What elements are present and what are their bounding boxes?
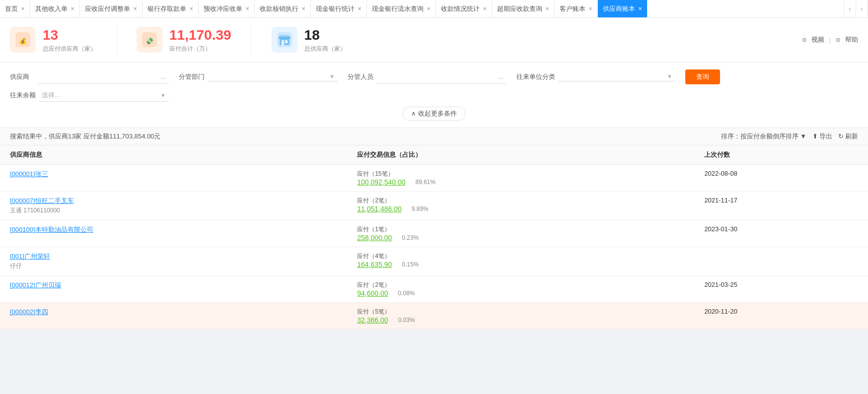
nav-arrow-left[interactable]: ‹: [844, 0, 856, 17]
supplier-cell: [001]广州荣轩仔仔: [0, 247, 347, 275]
dept-filter-label: 分管部门: [179, 72, 205, 81]
amount-icon: 💸: [137, 27, 162, 53]
payable-amount[interactable]: 32,366.00: [357, 316, 388, 324]
help-link[interactable]: 帮助: [845, 35, 858, 44]
supplier-link[interactable]: [000012]广州贝瑞: [10, 281, 61, 289]
svg-rect-7: [285, 40, 288, 43]
nav-tab-11-close[interactable]: ✕: [638, 6, 642, 11]
supplier-link[interactable]: [000002]李四: [10, 308, 48, 316]
main-content: 供应商信息 应付交易信息（占比） 上次付数 [000001]张三应付（15笔）1…: [0, 145, 868, 329]
supplier-count-text: 18 总供应商（家）: [304, 27, 346, 53]
payable-amount[interactable]: 11,051,486.00: [357, 205, 402, 213]
nav-tab-4-close[interactable]: ✕: [245, 6, 249, 11]
payable-amount-row: 11,051,486.009.89%: [357, 205, 684, 213]
payable-cell: 应付（5笔）32,366.000.03%: [347, 302, 694, 329]
nav-tab-4-label: 预收冲应收单: [204, 4, 242, 13]
supplier-link[interactable]: [000007]恒旺二手叉车: [10, 197, 74, 204]
last-pay-cell: [694, 247, 868, 275]
nav-tab-2-label: 应收应付调整单: [85, 4, 130, 13]
nav-tab-5[interactable]: 收款核销执行 ✕: [255, 0, 311, 17]
export-icon: ⬆: [812, 132, 818, 140]
nav-tab-8[interactable]: 收款情况统计 ✕: [436, 0, 492, 17]
payable-amount-row: 258,000.000.23%: [357, 234, 684, 242]
nav-tab-4[interactable]: 预收冲应收单 ✕: [199, 0, 255, 17]
payable-amount-row: 94,600.000.08%: [357, 289, 684, 297]
payable-amount-num: 11,170.39: [169, 27, 231, 44]
filter-item-category: 往来单位分类 ▼: [516, 72, 675, 81]
dept-select[interactable]: ▼: [208, 72, 338, 81]
payable-label: 应付（2笔）: [357, 281, 684, 289]
last-pay-cell: 2023-01-30: [694, 220, 868, 247]
video-link[interactable]: 视频: [811, 35, 824, 44]
payable-cell: 应付（2笔）94,600.000.08%: [347, 275, 694, 302]
filter-row-2: 往来余额 选择... ▼: [10, 89, 858, 102]
nav-arrow-right[interactable]: ›: [856, 0, 868, 17]
supplier-link[interactable]: [000100]本特勤油品有限公司: [10, 226, 93, 233]
nav-tab-home-close[interactable]: ✕: [21, 6, 25, 11]
payable-label: 应付（1笔）: [357, 225, 684, 234]
payable-amount[interactable]: 94,600.00: [357, 289, 388, 297]
payable-amount[interactable]: 258,000.00: [357, 234, 392, 242]
nav-tab-3[interactable]: 银行存取款单 ✕: [143, 0, 199, 17]
payable-cell: 应付（2笔）11,051,486.009.89%: [347, 191, 694, 220]
supplier-dots-icon: ...: [160, 72, 166, 80]
payable-count-text: 13 总应付供应商（家）: [43, 27, 96, 53]
nav-tab-2-close[interactable]: ✕: [133, 6, 137, 11]
sort-label: 排序：按应付余额倒序排序 ▼: [721, 132, 806, 141]
supplier-count-num: 18: [304, 27, 346, 44]
supplier-link[interactable]: [001]广州荣轩: [10, 253, 50, 260]
nav-tab-3-close[interactable]: ✕: [189, 6, 193, 11]
payable-cell: 应付（1笔）258,000.000.23%: [347, 220, 694, 247]
nav-tab-8-close[interactable]: ✕: [483, 6, 487, 11]
supplier-link[interactable]: [000001]张三: [10, 170, 48, 178]
supplier-input[interactable]: [41, 71, 160, 82]
nav-tab-7[interactable]: 现金银行流水查询 ✕: [367, 0, 436, 17]
table-row: [000001]张三应付（15笔）100,092,540.0089.61%202…: [0, 164, 868, 191]
nav-tab-home[interactable]: 首页 ✕: [0, 0, 30, 17]
table-row: [000002]李四应付（5笔）32,366.000.03%2020-11-20: [0, 302, 868, 329]
nav-tab-2[interactable]: 应收应付调整单 ✕: [80, 0, 143, 17]
nav-tab-3-label: 银行存取款单: [147, 4, 186, 13]
nav-tab-9-close[interactable]: ✕: [545, 6, 549, 11]
export-button[interactable]: ⬆ 导出: [812, 132, 832, 141]
payable-amount-row: 164,635.900.15%: [357, 261, 684, 268]
person-input[interactable]: [379, 71, 498, 82]
filter-item-person: 分管人员 ...: [348, 70, 506, 84]
payable-cell: 应付（15笔）100,092,540.0089.61%: [347, 164, 694, 191]
supplier-cell: [000001]张三: [0, 164, 347, 191]
nav-tab-10[interactable]: 客户账本 ✕: [555, 0, 598, 17]
left-arrow-icon: ‹: [849, 5, 851, 12]
video-icon: ⊙: [802, 37, 806, 43]
refresh-button[interactable]: ↻ 刷新: [838, 132, 858, 141]
payable-pct: 0.08%: [398, 290, 415, 297]
export-label: 导出: [819, 132, 832, 141]
balance-select[interactable]: 选择... ▼: [39, 89, 169, 102]
nav-tab-11-label: 供应商账本: [603, 4, 635, 13]
payable-pct: 89.61%: [416, 179, 436, 186]
nav-tab-10-close[interactable]: ✕: [588, 6, 592, 11]
category-filter-label: 往来单位分类: [516, 72, 555, 81]
nav-tab-11[interactable]: 供应商账本 ✕: [598, 0, 648, 17]
nav-tab-6[interactable]: 现金银行统计 ✕: [311, 0, 367, 17]
supplier-sub: 仔仔: [10, 262, 337, 270]
payable-amount[interactable]: 100,092,540.00: [357, 178, 405, 186]
nav-tab-6-close[interactable]: ✕: [358, 6, 362, 11]
nav-tab-9[interactable]: 超期应收款查询 ✕: [492, 0, 555, 17]
last-pay-cell: 2020-11-20: [694, 302, 868, 329]
nav-tab-10-label: 客户账本: [560, 4, 585, 13]
balance-chevron-icon: ▼: [160, 92, 166, 98]
nav-tab-1[interactable]: 其他收入单 ✕: [30, 0, 80, 17]
payable-pct: 0.15%: [402, 261, 419, 268]
nav-tab-5-close[interactable]: ✕: [301, 6, 305, 11]
svg-rect-8: [279, 37, 290, 39]
collapse-button[interactable]: ∧ 收起更多条件: [403, 107, 465, 121]
nav-tab-7-close[interactable]: ✕: [427, 6, 431, 11]
query-button[interactable]: 查询: [685, 69, 720, 84]
category-select[interactable]: ▼: [558, 72, 675, 81]
payable-amount[interactable]: 164,635.90: [357, 261, 392, 268]
filter-item-supplier: 供应商 ...: [10, 70, 169, 84]
nav-tab-1-close[interactable]: ✕: [71, 6, 74, 11]
svg-rect-6: [282, 40, 284, 45]
payable-amount-row: 100,092,540.0089.61%: [357, 178, 684, 186]
last-pay-cell: 2022-08-08: [694, 164, 868, 191]
